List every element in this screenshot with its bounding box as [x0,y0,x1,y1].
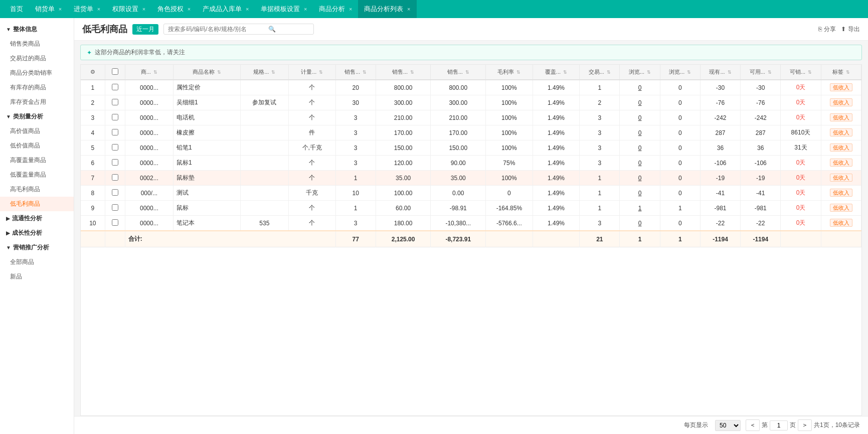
browse1-link[interactable]: 0 [638,114,642,121]
row-checkbox[interactable] [112,99,118,105]
close-analysis-icon[interactable]: × [349,6,352,12]
col-browse2[interactable]: 浏览... ⇅ [660,65,700,80]
col-gross-rate[interactable]: 毛利率 ⇅ [486,65,533,80]
cell-browse1[interactable]: 0 [620,140,660,156]
cell-check[interactable] [105,95,125,110]
sidebar-item-all-goods[interactable]: 全部商品 [0,255,74,269]
cell-browse1[interactable]: 0 [620,186,660,201]
cell-browse1[interactable]: 0 [620,110,660,125]
browse1-link[interactable]: 0 [638,144,642,152]
cell-check[interactable] [105,80,125,95]
sidebar-item-new-goods[interactable]: 新品 [0,269,74,284]
col-browse1[interactable]: 浏览... ⇅ [620,65,660,80]
row-checkbox[interactable] [112,174,118,181]
sidebar-item-low-margin[interactable]: 低毛利商品 [0,197,74,211]
col-current[interactable]: 现有... ⇅ [700,65,740,80]
cell-check[interactable] [105,201,125,216]
sidebar-item-low-value[interactable]: 低价值商品 [0,138,74,153]
search-input[interactable] [168,26,268,33]
sidebar-item-category-rate[interactable]: 商品分类助销率 [0,66,74,80]
cell-check[interactable] [105,140,125,156]
browse1-link[interactable]: 0 [638,220,642,227]
row-checkbox[interactable] [112,144,118,151]
col-coverage[interactable]: 覆盖... ⇅ [533,65,580,80]
row-checkbox[interactable] [112,84,118,90]
sidebar-item-high-coverage[interactable]: 高覆盖量商品 [0,153,74,168]
cell-browse1[interactable]: 1 [620,201,660,216]
sidebar-item-low-coverage[interactable]: 低覆盖量商品 [0,168,74,182]
sidebar-item-inventory-capital[interactable]: 库存资金占用 [0,95,74,109]
row-checkbox[interactable] [112,189,118,196]
nav-role[interactable]: 角色授权 × [151,0,197,18]
search-icon[interactable]: 🔍 [268,26,276,33]
share-button[interactable]: ⎘ 分享 [818,25,836,34]
col-sellable[interactable]: 可销... ⇅ [781,65,821,80]
cell-check[interactable] [105,186,125,201]
cell-browse1[interactable]: 0 [620,171,660,186]
close-purchase-icon[interactable]: × [97,6,100,12]
close-product-in-icon[interactable]: × [246,6,249,12]
close-template-icon[interactable]: × [304,6,307,12]
col-sales-price[interactable]: 销售... ⇅ [376,65,431,80]
sidebar-item-inventory-goods[interactable]: 有库存的商品 [0,80,74,95]
sidebar-item-traded-goods[interactable]: 交易过的商品 [0,51,74,66]
sidebar-group-category[interactable]: ▼类别量分析 [0,109,74,124]
cell-check[interactable] [105,171,125,186]
sidebar-group-flow[interactable]: ▶流通性分析 [0,211,74,226]
nav-permission[interactable]: 权限设置 × [106,0,151,18]
row-checkbox[interactable] [112,159,118,166]
col-sales-amount[interactable]: 销售... ⇅ [431,65,486,80]
pager-page-input[interactable] [770,420,788,430]
row-checkbox[interactable] [112,204,118,211]
close-sales-icon[interactable]: × [59,6,62,12]
col-trade[interactable]: 交易... ⇅ [580,65,620,80]
cell-check[interactable] [105,156,125,171]
browse1-link[interactable]: 0 [638,160,642,167]
nav-analysis-list[interactable]: 商品分析列表 × [358,0,416,18]
col-unit[interactable]: 计量... ⇅ [288,65,335,80]
cell-check[interactable] [105,125,125,140]
cell-browse1[interactable]: 0 [620,80,660,95]
nav-template[interactable]: 单据模板设置 × [255,0,313,18]
browse1-link[interactable]: 0 [638,99,642,106]
cell-check[interactable] [105,110,125,125]
col-check[interactable] [105,65,125,80]
export-button[interactable]: ⬆ 导出 [841,25,860,34]
sidebar-item-high-margin[interactable]: 高毛利商品 [0,182,74,197]
nav-analysis[interactable]: 商品分析 × [313,0,358,18]
row-checkbox[interactable] [112,219,118,226]
browse1-link[interactable]: 0 [638,190,642,197]
close-analysis-list-icon[interactable]: × [407,6,410,12]
nav-sales[interactable]: 销货单 × [29,0,68,18]
browse1-link[interactable]: 0 [638,84,642,91]
col-name[interactable]: 商品名称 ⇅ [173,65,241,80]
cell-browse1[interactable]: 0 [620,216,660,231]
close-role-icon[interactable]: × [188,6,191,12]
select-all-checkbox[interactable] [112,68,118,75]
sidebar-item-sales-goods[interactable]: 销售类商品 [0,37,74,51]
close-permission-icon[interactable]: × [142,6,145,12]
page-size-select[interactable]: 50 100 200 [715,420,741,431]
col-available[interactable]: 可用... ⇅ [741,65,781,80]
cell-browse1[interactable]: 0 [620,95,660,110]
col-settings[interactable]: ⚙ [81,65,105,80]
sidebar-item-high-value[interactable]: 高价值商品 [0,124,74,138]
nav-product-in[interactable]: 产成品入库单 × [197,0,255,18]
col-code[interactable]: 商... ⇅ [125,65,173,80]
row-checkbox[interactable] [112,129,118,135]
nav-purchase[interactable]: 进货单 × [68,0,106,18]
browse1-link[interactable]: 0 [638,175,642,182]
cell-browse1[interactable]: 0 [620,156,660,171]
browse1-link[interactable]: 1 [638,205,642,212]
col-spec[interactable]: 规格... ⇅ [240,65,288,80]
sidebar-group-growth[interactable]: ▶成长性分析 [0,226,74,240]
nav-home[interactable]: 首页 [4,0,29,18]
cell-browse1[interactable]: 0 [620,125,660,140]
pager-next[interactable]: ＞ [798,419,812,431]
browse1-link[interactable]: 0 [638,129,642,136]
row-checkbox[interactable] [112,114,118,120]
sidebar-group-overall[interactable]: ▼整体信息 [0,22,74,37]
col-tag[interactable]: 标签 ⇅ [821,65,861,80]
sidebar-group-marketing[interactable]: ▼营销推广分析 [0,240,74,255]
cell-check[interactable] [105,216,125,231]
